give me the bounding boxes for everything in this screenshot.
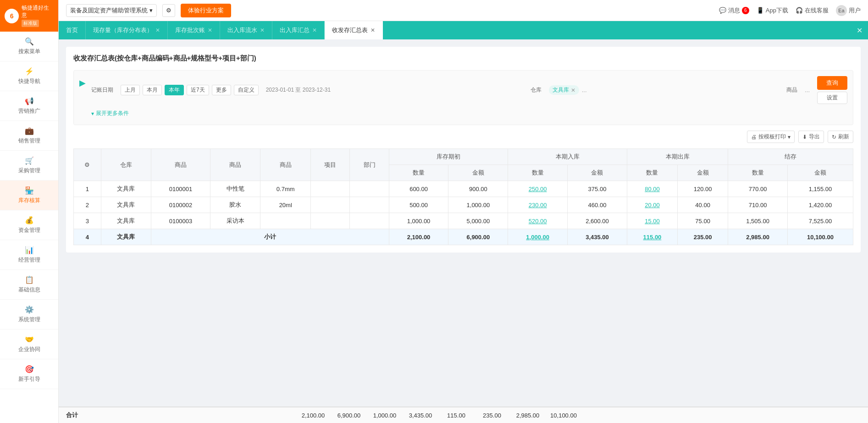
system-title-text: 装备及固定资产辅助管理系统 [70,6,148,15]
warehouse-filter: 文具库 ✕ ... [549,85,587,95]
subtotal-in-amt: 3,435.00 [568,229,627,245]
tab-close-inout-flow[interactable]: ✕ [260,27,265,33]
cell-init-qty: 600.00 [389,181,448,197]
sidebar-item-sales[interactable]: 💼 销售管理 [0,121,58,151]
subtotal-bal-amt: 10,100.00 [787,229,853,245]
sidebar-item-marketing[interactable]: 📢 营销推广 [0,91,58,121]
sidebar-item-system[interactable]: ⚙️ 系统管理 [0,300,58,330]
filter-settings-btn[interactable]: 设置 [817,92,847,104]
tab-receive-summary[interactable]: 收发存汇总表✕ [325,21,383,39]
cell-init-amt: 5,000.00 [448,213,508,229]
enterprise-icon: 🤝 [25,335,34,344]
expand-chevron-icon: ▾ [91,110,94,117]
date-btn-更多[interactable]: 更多 [212,85,231,95]
tab-home[interactable]: 首页 [59,21,86,39]
cell-init-qty: 1,000.00 [389,213,448,229]
filter-collapse-arrow[interactable]: ▶ [79,78,86,88]
table-row: 2 文具库 0100002 胶水 20ml 500.00 1,000.00 23… [74,197,853,213]
date-btn-本月[interactable]: 本月 [143,85,162,95]
message-label: 消息 [728,6,740,15]
cell-spec: 0.7mm [260,181,311,197]
goods-dots[interactable]: ... [805,87,810,93]
toolbar: 🖨 按模板打印 ▾ ⬇ 导出 ↻ 刷新 [73,131,853,143]
sidebar-logo: 6 畅捷通好生意 标准版 [0,0,58,32]
cell-project [311,213,350,229]
app-download-item[interactable]: 📱 App下载 [757,6,788,15]
cell-out-qty[interactable]: 20.00 [627,197,677,213]
cell-bal-qty: 710.00 [728,197,788,213]
th-bal: 结存 [728,149,853,165]
tab-label-stock-dist: 现存量（库存分布表） [93,26,153,34]
page-card: 收发存汇总表(按仓库+商品编码+商品+规格型号+项目+部门) ▶ 记账日期 上月… [66,47,861,253]
cell-in-qty[interactable]: 250.00 [508,181,568,197]
warehouse-tag-close-icon[interactable]: ✕ [571,87,575,93]
sidebar-item-newbie[interactable]: 🎯 新手引导 [0,359,58,389]
date-btn-近7天[interactable]: 近7天 [187,85,209,95]
stock-label: 库存核算 [18,197,40,204]
sidebar-item-business[interactable]: 📊 经营管理 [0,240,58,270]
topbar-right: 💬 消息 6 📱 App下载 🎧 在线客服 Ea 用户 [719,5,861,16]
message-item[interactable]: 💬 消息 6 [719,6,749,15]
tab-close-batch[interactable]: ✕ [208,27,212,33]
tab-batch[interactable]: 库存批次账✕ [168,21,220,39]
tab-inout-flow[interactable]: 出入库流水✕ [220,21,272,39]
tab-inout-summary[interactable]: 出入库汇总✕ [272,21,325,39]
date-btn-上月[interactable]: 上月 [121,85,140,95]
print-chevron-icon: ▾ [788,134,791,140]
sales-label: 销售管理 [18,137,40,145]
sidebar-item-search[interactable]: 🔍 搜索菜单 [0,32,58,61]
export-btn[interactable]: ⬇ 导出 [798,131,824,143]
cell-out-qty[interactable]: 80.00 [627,181,677,197]
tabbar-close-btn[interactable]: ✕ [851,21,868,39]
warehouse-dots[interactable]: ... [582,87,587,93]
basic-icon: 📋 [25,275,34,284]
th-init-qty: 数量 [389,165,448,181]
business-icon: 📊 [25,246,34,254]
sidebar-item-enterprise[interactable]: 🤝 企业协同 [0,330,58,359]
system-title-dropdown[interactable]: 装备及固定资产辅助管理系统 ▾ [66,4,157,17]
experience-btn[interactable]: 体验行业方案 [181,4,231,17]
date-btn-本年[interactable]: 本年 [165,85,184,95]
sidebar-item-stock[interactable]: 🏪 库存核算 [0,181,58,210]
export-label: 导出 [809,133,820,141]
system-label: 系统管理 [18,316,40,324]
refresh-label: 刷新 [838,133,849,141]
subtotal-out-amt: 235.00 [678,229,728,245]
warehouse-label: 仓库 [531,86,542,94]
sidebar-item-basic[interactable]: 📋 基础信息 [0,270,58,300]
basic-label: 基础信息 [18,286,40,294]
settings-icon-btn[interactable]: ⚙ [162,4,175,17]
tab-close-inout-summary[interactable]: ✕ [312,27,317,33]
subtotal-num: 4 [74,229,101,245]
expand-btn[interactable]: ▾ 展开更多条件 [91,108,129,119]
cell-in-qty[interactable]: 520.00 [508,213,568,229]
sidebar-item-purchase[interactable]: 🛒 采购管理 [0,151,58,181]
expand-label: 展开更多条件 [96,110,129,117]
query-btn[interactable]: 查询 [817,76,847,90]
tab-close-stock-dist[interactable]: ✕ [155,27,160,33]
template-print-btn[interactable]: 🖨 按模板打印 ▾ [747,131,795,143]
topbar: 装备及固定资产辅助管理系统 ▾ ⚙ 体验行业方案 💬 消息 6 📱 App下载 … [59,0,868,21]
cell-in-qty[interactable]: 230.00 [508,197,568,213]
cell-spec [260,213,311,229]
th-out-qty: 数量 [627,165,677,181]
cell-bal-amt: 1,420.00 [787,197,853,213]
refresh-icon: ↻ [832,134,836,140]
settings-icon: ⚙ [84,161,90,168]
sidebar-item-finance[interactable]: 💰 资金管理 [0,210,58,240]
filter-section: 记账日期 上月本月本年近7天更多自定义 2023-01-01 至 2023-12… [91,76,847,119]
warehouse-tag[interactable]: 文具库 ✕ [549,85,579,95]
date-btn-自定义[interactable]: 自定义 [234,85,259,95]
online-service-item[interactable]: 🎧 在线客服 [796,6,829,15]
user-avatar: Ea [836,5,847,16]
th-settings[interactable]: ⚙ [74,149,101,181]
logo-tag: 标准版 [22,20,39,27]
tab-close-receive-summary[interactable]: ✕ [370,27,375,33]
refresh-btn[interactable]: ↻ 刷新 [828,131,853,143]
user-item[interactable]: Ea 用户 [836,5,861,16]
sidebar-item-quicknav[interactable]: ⚡ 快捷导航 [0,61,58,91]
tab-stock-dist[interactable]: 现存量（库存分布表）✕ [86,21,168,39]
cell-dept [350,181,389,197]
cell-out-qty[interactable]: 15.00 [627,213,677,229]
footer-values: 2,100.00 6,900.00 1,000.00 3,435.00 115.… [295,412,861,419]
